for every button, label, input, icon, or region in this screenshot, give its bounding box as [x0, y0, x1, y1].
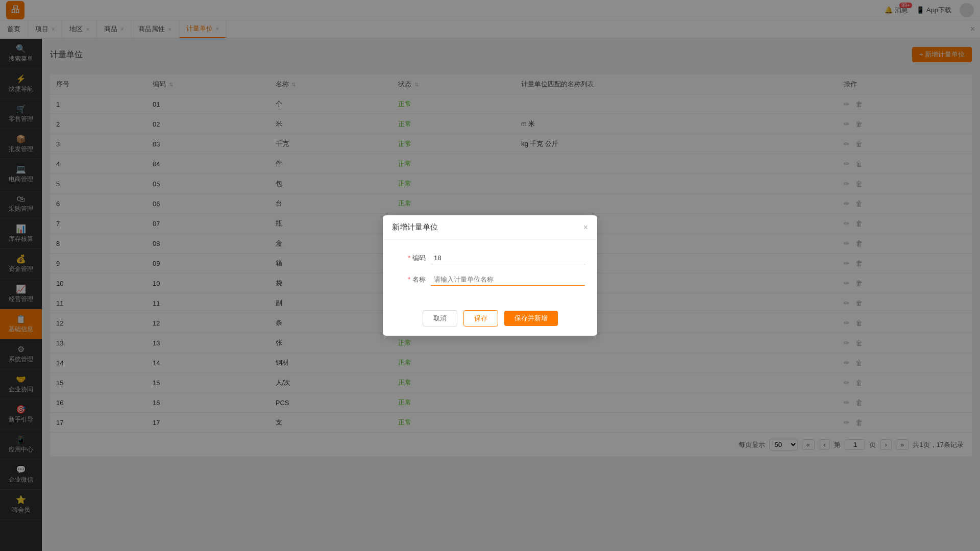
form-item-code: * 编码: [395, 252, 585, 264]
modal-header: 新增计量单位 ×: [383, 215, 597, 240]
name-label: * 名称: [395, 275, 426, 284]
modal-close-btn[interactable]: ×: [583, 223, 588, 232]
cancel-button[interactable]: 取消: [423, 310, 457, 327]
code-input[interactable]: [431, 252, 585, 264]
modal-overlay: 新增计量单位 × * 编码 * 名称 取消 保存 保存并新增: [0, 0, 980, 551]
modal-footer: 取消 保存 保存并新增: [383, 303, 597, 336]
save-and-new-button[interactable]: 保存并新增: [504, 311, 558, 326]
name-input[interactable]: [431, 273, 585, 286]
modal-title: 新增计量单位: [392, 222, 438, 232]
code-label: * 编码: [395, 254, 426, 263]
add-unit-modal: 新增计量单位 × * 编码 * 名称 取消 保存 保存并新增: [383, 215, 597, 336]
save-button[interactable]: 保存: [463, 310, 498, 327]
modal-body: * 编码 * 名称: [383, 240, 597, 303]
form-item-name: * 名称: [395, 273, 585, 286]
